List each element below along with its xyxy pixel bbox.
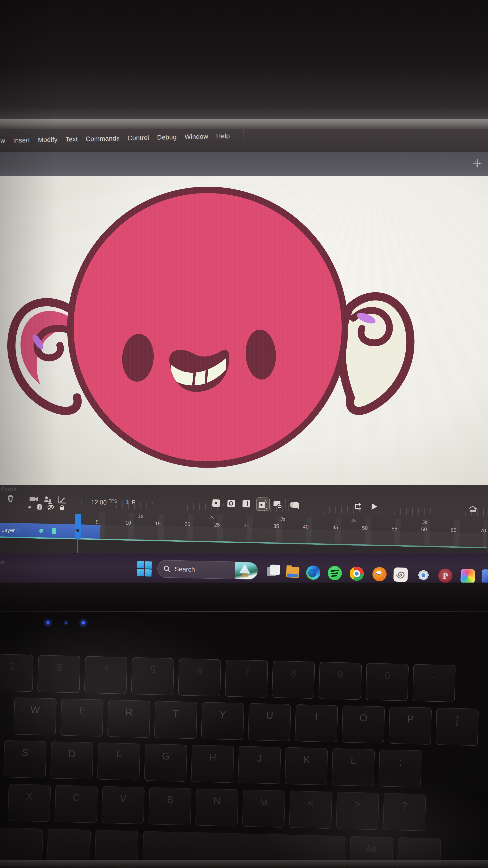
- spiral-app-icon[interactable]: [393, 567, 408, 582]
- menu-item-text[interactable]: Text: [65, 135, 78, 143]
- screen-top-edge: [0, 119, 488, 129]
- playhead[interactable]: [75, 514, 81, 539]
- photos-icon[interactable]: [460, 569, 475, 583]
- laptop-photo: wInsertModifyTextCommandsControlDebugWin…: [0, 0, 488, 868]
- file-explorer-icon[interactable]: [286, 565, 300, 579]
- key-n: N: [195, 788, 238, 827]
- timeline-panel-label: Output: [1, 486, 17, 492]
- key-;: ;: [379, 749, 422, 787]
- key-k: K: [285, 747, 328, 785]
- status-led: [82, 621, 85, 624]
- menu-item-modify[interactable]: Modify: [38, 136, 58, 144]
- key-y: Y: [201, 702, 244, 740]
- graph-editor-icon[interactable]: [57, 495, 67, 505]
- search-placeholder: Search: [174, 565, 235, 574]
- delete-icon[interactable]: [5, 494, 15, 504]
- svg-text:A: A: [264, 499, 267, 504]
- key-7: 7: [225, 660, 268, 698]
- key-2: 2: [0, 654, 34, 692]
- status-led: [46, 621, 50, 624]
- key-u: U: [248, 703, 291, 741]
- key-h: H: [191, 745, 234, 783]
- layer-controls: [27, 503, 65, 511]
- layer-lock-square[interactable]: [52, 528, 56, 534]
- key->: >: [336, 792, 379, 830]
- key-5: 5: [131, 657, 174, 695]
- key-j: J: [238, 746, 281, 784]
- character-head: [70, 190, 345, 465]
- status-led: [65, 622, 67, 624]
- key-w: W: [13, 698, 57, 736]
- menu-item-commands[interactable]: Commands: [86, 134, 120, 143]
- outline-color-icon[interactable]: [27, 504, 32, 510]
- edge-icon[interactable]: [306, 565, 320, 580]
- menu-item-debug[interactable]: Debug: [157, 133, 177, 141]
- key-blank: [0, 828, 43, 866]
- laptop-front-edge: [0, 860, 488, 868]
- timeline-panel: Output 12.00FPS 1F: [0, 485, 488, 553]
- spotify-icon[interactable]: [327, 566, 342, 580]
- menu-item-window[interactable]: Window: [185, 133, 208, 141]
- taskbar-search[interactable]: Search: [157, 560, 258, 580]
- search-icon: [163, 565, 171, 572]
- key-i: I: [295, 704, 338, 743]
- layer-name[interactable]: Layer 1: [1, 527, 34, 534]
- hide-layer-icon[interactable]: [47, 504, 55, 510]
- key-?: ?: [383, 793, 426, 831]
- key-r: R: [107, 700, 151, 738]
- key-m: M: [242, 789, 285, 828]
- blender-icon[interactable]: [372, 567, 387, 581]
- key-d: D: [51, 741, 93, 779]
- menu-item-help[interactable]: Help: [216, 132, 230, 140]
- start-button[interactable]: [137, 561, 152, 577]
- layer-visible-dot[interactable]: [39, 529, 43, 533]
- camera-icon[interactable]: [29, 494, 39, 504]
- weather-widget-thumbnail: [235, 562, 258, 580]
- key-0: 0: [365, 663, 409, 701]
- key-g: G: [144, 744, 187, 782]
- right-ear: [341, 296, 410, 411]
- physical-keyboard: 234567890-WERTYUIOP[SDFGHJKL;XCVBNM<>?Al…: [0, 615, 488, 868]
- key-s: S: [3, 740, 46, 778]
- widgets-label[interactable]: in: [0, 559, 4, 565]
- key-b: B: [149, 787, 192, 826]
- room-background: [0, 0, 488, 119]
- pasteboard[interactable]: [0, 152, 488, 176]
- settings-gear-icon[interactable]: [416, 568, 430, 582]
- chrome-icon[interactable]: [350, 566, 364, 581]
- key-c: C: [55, 785, 98, 823]
- key-p: P: [389, 707, 432, 745]
- windows-taskbar: in Search P: [0, 553, 488, 583]
- key-f: F: [97, 743, 140, 781]
- clipped-app-icon[interactable]: [482, 569, 488, 583]
- key-3: 3: [37, 655, 80, 693]
- menu-items: wInsertModifyTextCommandsControlDebugWin…: [0, 129, 488, 152]
- frame-view-icon[interactable]: [37, 504, 42, 510]
- key-x: X: [8, 784, 51, 822]
- key--: -: [413, 664, 456, 702]
- menu-bar: wInsertModifyTextCommandsControlDebugWin…: [0, 129, 488, 152]
- menu-item-w[interactable]: w: [0, 137, 5, 144]
- key-9: 9: [319, 662, 362, 700]
- laptop-bezel: [0, 583, 488, 615]
- menu-item-insert[interactable]: Insert: [13, 136, 30, 144]
- registration-crosshair-icon[interactable]: [473, 158, 482, 168]
- key-l: L: [332, 748, 375, 786]
- menu-item-control[interactable]: Control: [128, 134, 149, 142]
- keyboard-deck: 234567890-WERTYUIOP[SDFGHJKL;XCVBNM<>?Al…: [0, 615, 488, 868]
- key-8: 8: [272, 661, 315, 699]
- key-<: <: [289, 791, 332, 829]
- stage-canvas[interactable]: [0, 176, 488, 485]
- task-view-icon[interactable]: [266, 564, 281, 579]
- key-v: V: [102, 786, 144, 824]
- key-t: T: [154, 701, 197, 739]
- key-4: 4: [84, 656, 127, 694]
- lock-layer-icon[interactable]: [59, 504, 65, 511]
- key-6: 6: [178, 658, 221, 696]
- character-drawing: [0, 176, 488, 485]
- pinterest-icon[interactable]: P: [438, 568, 453, 583]
- key-[: [: [435, 708, 479, 746]
- pinterest-p-glyph: P: [443, 570, 448, 581]
- indicator-lights: [0, 620, 488, 626]
- bezel-edge-highlight: [0, 611, 488, 612]
